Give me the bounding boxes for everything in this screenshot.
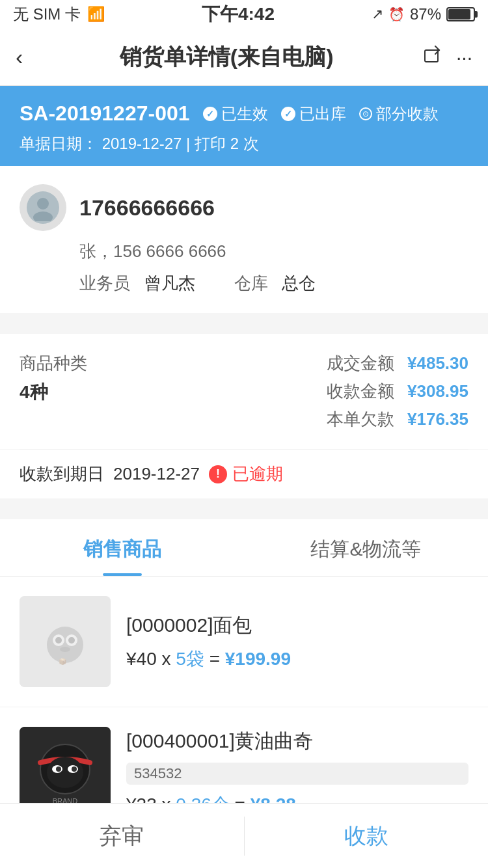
svg-point-17	[72, 766, 77, 772]
back-button[interactable]: ‹	[9, 38, 29, 76]
amount-label: 成交金额	[327, 352, 394, 375]
types-value: 4种	[20, 380, 87, 405]
svg-point-7	[55, 637, 62, 644]
section-divider-2	[0, 498, 488, 509]
order-date-row: 单据日期： 2019-12-27 | 打印 2 次	[20, 133, 468, 154]
list-item: 📦 [0000002]面包 ¥40 x 5袋 = ¥199.99	[0, 576, 488, 707]
amount-value: ¥485.30	[407, 353, 468, 373]
product-name-1: [0000002]面包	[126, 612, 468, 639]
more-button[interactable]: ···	[456, 46, 472, 68]
overdue-badge: ! 已逾期	[209, 463, 283, 485]
svg-point-3	[33, 211, 53, 221]
warehouse-label: 仓库	[234, 273, 268, 293]
date-label: 单据日期：	[20, 135, 98, 152]
alarm-icon: ⏰	[388, 7, 405, 22]
svg-rect-0	[425, 50, 438, 62]
qty-1: 5袋	[176, 649, 204, 669]
page-title: 销货单详情(来自电脑)	[29, 42, 424, 72]
received-label: 收款金额	[327, 380, 394, 403]
overdue-icon: !	[209, 465, 227, 483]
svg-text:📦: 📦	[59, 657, 67, 666]
customer-avatar	[20, 184, 66, 231]
status-bar: 无 SIM 卡 📶 下午4:42 ↗ ⏰ 87%	[0, 0, 488, 29]
customer-row: 17666666666	[20, 184, 468, 231]
received-row: 收款金额 ¥308.95	[327, 380, 468, 403]
sales-label: 业务员	[79, 273, 130, 293]
collect-button[interactable]: 收款	[245, 804, 489, 868]
types-label: 商品种类	[20, 352, 87, 375]
svg-point-16	[56, 766, 61, 772]
bottom-action-bar: 弃审 收款	[0, 803, 488, 868]
stats-right: 成交金额 ¥485.30 收款金额 ¥308.95 本单欠款 ¥176.35	[327, 352, 468, 431]
product-sku-2: 534532	[126, 763, 468, 785]
svg-point-9	[60, 647, 70, 652]
sales-info: 业务员 曾凡杰	[79, 272, 195, 295]
order-header: SA-20191227-001 ✓ 已生效 ✓ 已出库 ⊙ 部分收款 单据日期：…	[0, 86, 488, 166]
carrier-label: 无 SIM 卡	[13, 4, 81, 25]
svg-point-13	[47, 757, 83, 788]
battery-indicator	[446, 7, 475, 21]
product-info-1: [0000002]面包 ¥40 x 5袋 = ¥199.99	[126, 596, 468, 687]
badge-shipped: ✓ 已出库	[281, 103, 346, 124]
svg-point-2	[37, 198, 49, 210]
tabs-section: 销售商品 结算&物流等	[0, 519, 488, 576]
status-time: 下午4:42	[202, 2, 275, 27]
equals-1: =	[210, 649, 225, 669]
section-divider-1	[0, 323, 488, 334]
share-button[interactable]	[424, 45, 443, 69]
debt-value: ¥176.35	[407, 409, 468, 429]
overdue-text: 已逾期	[232, 463, 283, 485]
order-date: 2019-12-27	[102, 135, 182, 152]
products-section: 📦 [0000002]面包 ¥40 x 5袋 = ¥199.99	[0, 576, 488, 838]
stats-row: 商品种类 4种 成交金额 ¥485.30 收款金额 ¥308.95 本单欠款 ¥…	[20, 352, 468, 431]
customer-meta: 业务员 曾凡杰 仓库 总仓	[79, 272, 468, 295]
tabs-row: 销售商品 结算&物流等	[0, 519, 488, 576]
stats-section: 商品种类 4种 成交金额 ¥485.30 收款金额 ¥308.95 本单欠款 ¥…	[0, 334, 488, 449]
location-icon: ↗	[372, 6, 383, 23]
print-info: | 打印 2 次	[186, 135, 259, 152]
warehouse-name: 总仓	[282, 273, 316, 293]
status-right: ↗ ⏰ 87%	[372, 5, 475, 23]
badge-partial: ⊙ 部分收款	[359, 103, 439, 124]
product-thumb-1: 📦	[20, 596, 111, 687]
check-icon: ✓	[203, 107, 217, 121]
cancel-button[interactable]: 弃审	[0, 804, 244, 868]
debt-row: 本单欠款 ¥176.35	[327, 408, 468, 431]
nav-bar: ‹ 销货单详情(来自电脑) ···	[0, 29, 488, 86]
warehouse-info: 仓库 总仓	[234, 272, 316, 295]
stats-left: 商品种类 4种	[20, 352, 87, 405]
customer-name: 张，156 6666 6666	[79, 240, 468, 263]
badge-effective: ✓ 已生效	[203, 103, 268, 124]
tab-settlement[interactable]: 结算&物流等	[244, 519, 488, 576]
debt-label: 本单欠款	[327, 408, 394, 431]
svg-point-8	[68, 637, 75, 644]
check-icon-2: ✓	[281, 107, 295, 121]
due-date-section: 收款到期日 2019-12-27 ! 已逾期	[0, 450, 488, 498]
battery-label: 87%	[410, 5, 441, 23]
multiply-1: x	[162, 649, 176, 669]
due-date-value: 2019-12-27	[113, 464, 200, 484]
nav-actions: ···	[424, 45, 472, 69]
amount-row: 成交金额 ¥485.30	[327, 352, 468, 375]
total-1: ¥199.99	[225, 649, 291, 669]
clock-icon: ⊙	[359, 107, 372, 120]
product-price-1: ¥40 x 5袋 = ¥199.99	[126, 647, 468, 671]
status-left: 无 SIM 卡 📶	[13, 4, 105, 25]
customer-section: 17666666666 张，156 6666 6666 业务员 曾凡杰 仓库 总…	[0, 166, 488, 313]
product-name-2: [000400001]黄油曲奇	[126, 728, 468, 755]
order-id-row: SA-20191227-001 ✓ 已生效 ✓ 已出库 ⊙ 部分收款	[20, 102, 468, 126]
due-date-label: 收款到期日	[20, 463, 104, 485]
customer-id: 17666666666	[79, 195, 215, 221]
order-id: SA-20191227-001	[20, 102, 190, 126]
product-image-1: 📦	[20, 596, 111, 687]
price-1: ¥40	[126, 649, 157, 669]
received-value: ¥308.95	[407, 381, 468, 401]
wifi-icon: 📶	[87, 6, 105, 23]
avatar-icon	[27, 191, 59, 224]
tab-products[interactable]: 销售商品	[0, 519, 244, 576]
sales-name: 曾凡杰	[144, 273, 195, 293]
